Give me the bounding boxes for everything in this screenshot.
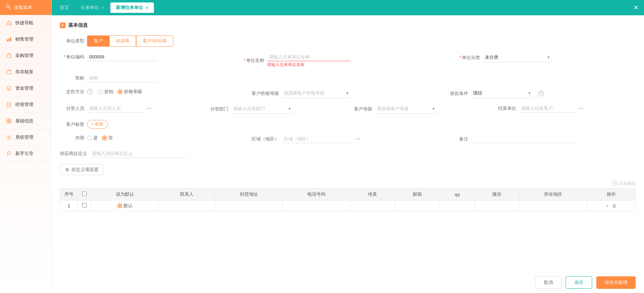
col-fax: 传真 (350, 188, 395, 201)
supplier-custom-row: 供应商自定义 (60, 149, 636, 158)
region-input[interactable] (282, 135, 351, 143)
col-qq: qq (440, 188, 474, 201)
unit-type-group: 客户 供应商 客户/供应商 (87, 35, 173, 47)
svg-rect-2 (7, 39, 8, 41)
form-content: F 基本信息 单位类型 客户 供应商 客户/供应商 *单位编码 *单位名称 (52, 15, 644, 272)
short-name-input[interactable] (87, 74, 157, 82)
department-label: 分管部门 (204, 106, 228, 112)
row-address (215, 201, 282, 211)
custom-section-button[interactable]: ⚙ 自定义项设置 (60, 164, 104, 175)
row-qq (440, 201, 474, 211)
disabled-no-radio[interactable] (102, 136, 107, 140)
svg-rect-15 (9, 121, 11, 123)
unit-category-select[interactable]: 未分类 ▼ (483, 53, 552, 62)
sidebar-item-finance[interactable]: ¥ 资金管理 (0, 80, 51, 97)
settlement-more-btn[interactable]: ··· (578, 105, 585, 112)
batch-delete-area: 批量删除 (60, 181, 636, 187)
sidebar-item-basic[interactable]: 基础信息 (0, 113, 51, 129)
row-fax (350, 201, 395, 211)
unit-btn-supplier[interactable]: 供应商 (109, 35, 136, 47)
sidebar-item-inventory[interactable]: 库存核算 (0, 64, 51, 80)
svg-point-0 (7, 5, 9, 8)
svg-rect-12 (7, 119, 9, 121)
disabled-field: 停用 是 否 (60, 135, 252, 141)
unit-code-input[interactable] (87, 53, 157, 61)
bag-icon (6, 52, 13, 59)
sidebar-item-purchase[interactable]: 采购管理 (0, 48, 51, 64)
row-default-radio[interactable]: 默认 (95, 203, 154, 209)
disabled-yes-radio[interactable] (87, 136, 92, 140)
manager-input[interactable] (87, 104, 143, 113)
region-more-btn[interactable]: ··· (354, 136, 361, 142)
region-label: 区域（地区） (252, 136, 279, 142)
tab-partners[interactable]: 往来单位 ✕ (75, 2, 110, 13)
tab-home[interactable]: 首页 (54, 2, 74, 13)
short-name-field: 简称 (60, 74, 636, 82)
sidebar-item-system[interactable]: 系统管理 (0, 129, 51, 146)
window-close-button[interactable]: ✕ (630, 4, 641, 11)
department-select[interactable]: 请输入分管部门 ▼ (231, 104, 294, 114)
row-contact (159, 201, 215, 211)
supplier-custom-input[interactable] (90, 149, 187, 158)
sidebar-item-guide[interactable]: 新手引导 (0, 146, 51, 162)
disabled-yes[interactable]: 是 (87, 135, 98, 141)
unit-type-row: 单位类型 客户 供应商 客户/供应商 (60, 35, 636, 47)
payment-terms-help[interactable]: ? (539, 91, 544, 96)
disabled-no[interactable]: 否 (102, 135, 113, 141)
col-default: 设为默认 (91, 188, 159, 201)
clipboard-icon (6, 101, 13, 108)
customer-tag-field: 客户标签 + 标签 (60, 120, 636, 129)
discount-radio[interactable] (98, 89, 103, 94)
save-button[interactable]: 保存 (566, 276, 592, 289)
select-all-checkbox[interactable] (82, 192, 87, 196)
pricing-level-option[interactable]: 价格等级 (118, 89, 142, 95)
department-field: 分管部门 请输入分管部门 ▼ (204, 104, 348, 114)
unit-name-input[interactable] (267, 53, 351, 61)
supplier-custom-label: 供应商自定义 (60, 150, 87, 157)
customer-price-level-placeholder: 请选择客户价格等级 (284, 90, 324, 96)
unit-btn-customer[interactable]: 客户 (87, 35, 109, 47)
chart-icon (6, 36, 13, 43)
settlement-unit-label: 结算单位 (492, 105, 516, 112)
default-radio[interactable] (117, 203, 122, 208)
tab-new-partner[interactable]: 新增往来单位 ✕ (110, 2, 154, 13)
save-new-button[interactable]: 保存并新增 (596, 276, 636, 289)
row-select-checkbox[interactable] (82, 203, 87, 207)
svg-rect-4 (10, 37, 11, 41)
sidebar-item-quick-nav[interactable]: 快捷导航 (0, 15, 51, 31)
cancel-button[interactable]: 取消 (535, 276, 561, 289)
sidebar-item-label: 销售管理 (15, 36, 33, 42)
svg-rect-14 (7, 121, 9, 123)
search-icon (6, 4, 11, 11)
row-delete-btn[interactable]: 🗑 (612, 203, 616, 209)
sidebar: 搜索菜单 快捷导航 销售管理 采购管理 库存核算 ¥ 资金管理 经营管理 (0, 0, 52, 293)
tab-partners-close[interactable]: ✕ (101, 6, 104, 10)
row-add-btn[interactable]: + (606, 203, 609, 209)
manager-more-btn[interactable]: ··· (146, 105, 153, 112)
svg-line-1 (9, 8, 10, 9)
payment-terms-field: 收款条件 现结 ▼ ? (444, 89, 636, 98)
sidebar-item-label: 快捷导航 (15, 20, 33, 26)
payment-terms-select[interactable]: 现结 ▼ (471, 89, 534, 98)
tab-new-partner-close[interactable]: ✕ (145, 6, 148, 10)
unit-category-field: *单位分类 未分类 ▼ (456, 53, 636, 62)
settlement-unit-input[interactable] (519, 104, 575, 113)
customer-level-label: 客户等级 (348, 106, 372, 112)
search-menu[interactable]: 搜索菜单 (0, 0, 51, 15)
pricing-method-field: 定价方法 ? 折扣 价格等级 (60, 89, 252, 95)
remarks-input[interactable] (471, 135, 575, 143)
sidebar-item-sales[interactable]: 销售管理 (0, 31, 51, 48)
pricing-method-help[interactable]: ? (87, 89, 93, 95)
pricing-discount-option[interactable]: 折扣 (98, 89, 113, 95)
customer-price-level-select[interactable]: 请选择客户价格等级 ▼ (282, 89, 351, 98)
customer-level-select[interactable]: 请选择客户等级 ▼ (375, 104, 438, 114)
level-radio[interactable] (118, 89, 123, 94)
batch-delete-label[interactable]: 批量删除 (619, 181, 636, 187)
code-name-category-row: *单位编码 *单位名称 请输入往来单位名称 *单位分类 未分类 ▼ (60, 53, 636, 68)
sidebar-item-operations[interactable]: 经营管理 (0, 97, 51, 113)
add-tag-button[interactable]: + 标签 (87, 120, 108, 129)
unit-btn-both[interactable]: 客户/供应商 (136, 35, 173, 47)
flag-icon (6, 150, 13, 157)
unit-type-label: 单位类型 (60, 38, 84, 44)
disabled-label: 停用 (60, 135, 84, 141)
